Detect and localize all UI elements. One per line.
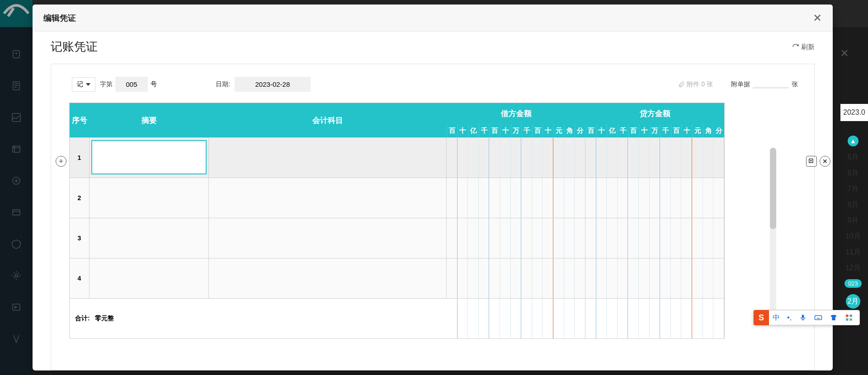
date-label: 日期: (216, 80, 230, 89)
digit-header: 十 (500, 124, 511, 137)
digit-header: 百 (447, 124, 458, 137)
table-row[interactable]: 3 (70, 218, 724, 258)
digit-header: 亿 (607, 124, 618, 137)
panel-close-icon[interactable]: ✕ (840, 47, 849, 60)
debit-cell[interactable] (447, 218, 585, 258)
summary-cell[interactable] (90, 258, 209, 298)
credit-cell[interactable] (585, 178, 724, 218)
account-cell[interactable] (209, 218, 447, 258)
voucher-type-select[interactable]: 记 (72, 77, 95, 92)
summary-cell[interactable] (90, 137, 209, 178)
credit-cell[interactable] (585, 137, 724, 178)
month-item[interactable]: 11月 (845, 248, 861, 257)
digit-header: 元 (692, 124, 703, 137)
account-cell[interactable] (209, 178, 447, 218)
ime-punct-icon[interactable]: •, (783, 314, 795, 322)
svg-rect-9 (802, 314, 804, 318)
svg-rect-12 (850, 314, 852, 317)
row-index: 4 (70, 258, 90, 298)
digit-header: 亿 (468, 124, 479, 137)
account-cell[interactable] (209, 258, 447, 298)
col-index: 序号 (70, 103, 90, 137)
refresh-label: 刷新 (801, 43, 815, 52)
account-cell[interactable] (209, 137, 447, 178)
date-input[interactable] (235, 77, 311, 92)
summary-input[interactable] (91, 140, 207, 174)
month-item[interactable]: 7月 (848, 184, 859, 194)
total-row: 合计: 零元整 (70, 298, 447, 338)
row-tools: ✕ (806, 156, 830, 167)
debit-cell[interactable] (447, 258, 585, 298)
digit-header: 万 (650, 124, 660, 137)
total-label: 合计: (75, 314, 90, 322)
digit-header: 角 (564, 124, 575, 137)
ime-toolbar[interactable]: S 中 •, (753, 310, 860, 325)
modal-header: 编辑凭证 ✕ (33, 5, 833, 32)
credit-cell[interactable] (585, 258, 724, 298)
debit-cell[interactable] (447, 178, 585, 218)
month-item[interactable]: 12月 (845, 263, 861, 273)
month-item[interactable]: 5月 (848, 153, 859, 162)
ime-menu-icon[interactable] (841, 314, 857, 322)
scrollbar-thumb[interactable] (770, 148, 776, 229)
digit-header: 千 (479, 124, 490, 137)
col-summary: 摘要 (90, 103, 209, 137)
digit-header: 十 (542, 124, 553, 137)
total-credit (585, 298, 724, 338)
digit-header: 百 (532, 124, 543, 137)
fudan-input[interactable] (753, 81, 789, 88)
ime-mic-icon[interactable] (795, 314, 811, 322)
document-title: 记账凭证 (51, 39, 98, 55)
attachment-label: 附件 0 张 (687, 80, 713, 89)
col-account: 会计科目 (209, 103, 447, 137)
svg-rect-10 (815, 316, 822, 320)
col-debit: 借方金额 (447, 103, 585, 124)
table-row[interactable]: 2 (70, 178, 724, 218)
credit-cell[interactable] (585, 218, 724, 258)
table-row[interactable]: 1 (70, 137, 724, 178)
month-item[interactable]: 9月 (848, 216, 859, 225)
voucher-modal: 编辑凭证 ✕ 记账凭证 刷新 记 字第 号 日期: (33, 5, 833, 370)
voucher-number-input[interactable] (115, 77, 148, 92)
month-item-active[interactable]: 2月 (846, 294, 860, 309)
year-badge[interactable]: 023 (844, 279, 862, 288)
period-display: 2023.0 (840, 104, 868, 121)
close-icon[interactable]: ✕ (813, 13, 822, 23)
summary-cell[interactable] (90, 178, 209, 218)
attachment-link[interactable]: 附件 0 张 (678, 80, 713, 89)
month-item[interactable]: 6月 (848, 169, 859, 178)
refresh-button[interactable]: 刷新 (792, 43, 815, 52)
debit-cell[interactable] (447, 137, 585, 178)
digit-header: 百 (585, 124, 596, 137)
digit-header: 十 (639, 124, 650, 137)
hao-label: 号 (151, 80, 157, 89)
digit-header: 百 (489, 124, 500, 137)
month-item[interactable]: 10月 (845, 232, 861, 241)
svg-rect-11 (846, 314, 848, 317)
digit-header: 百 (671, 124, 682, 137)
ime-lang[interactable]: 中 (769, 313, 783, 323)
scroll-top-icon[interactable]: ▲ (848, 136, 859, 146)
add-row-button[interactable]: + (56, 156, 66, 167)
row-index: 1 (70, 137, 90, 178)
refresh-icon (792, 43, 799, 51)
insert-row-button[interactable] (806, 156, 817, 167)
svg-rect-13 (846, 319, 848, 321)
paperclip-icon (678, 81, 685, 88)
fudan-label: 附单据 (731, 80, 750, 89)
delete-row-button[interactable]: ✕ (820, 156, 830, 167)
table-row[interactable]: 4 (70, 258, 724, 298)
digit-header: 分 (713, 124, 724, 137)
row-index: 2 (70, 178, 90, 218)
month-selector: ▲ 5月 6月 7月 8月 9月 10月 11月 12月 023 2月 3月 (838, 136, 868, 324)
ime-keyboard-icon[interactable] (811, 314, 826, 322)
summary-cell[interactable] (90, 218, 209, 258)
voucher-type-label: 记 (77, 80, 83, 89)
zidi-label: 字第 (100, 80, 113, 89)
fudan-unit: 张 (792, 80, 798, 89)
ime-skin-icon[interactable] (826, 314, 841, 322)
digit-header: 千 (521, 124, 532, 137)
vertical-scrollbar[interactable] (770, 148, 776, 319)
digit-header: 元 (553, 124, 564, 137)
month-item[interactable]: 8月 (848, 200, 859, 210)
